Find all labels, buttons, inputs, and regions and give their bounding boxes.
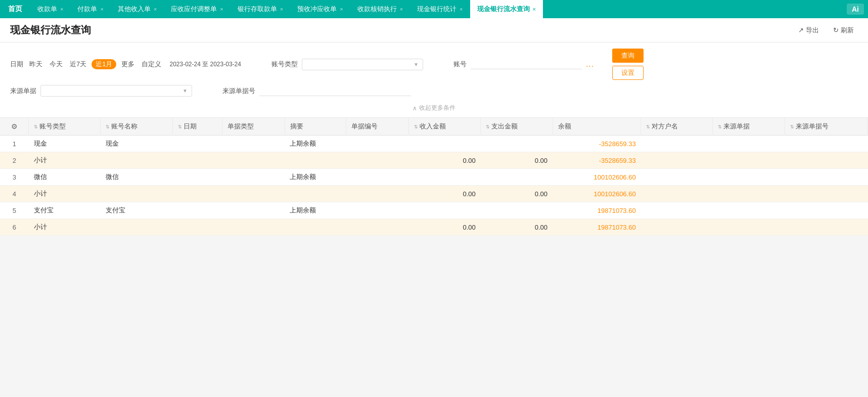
nav-tab-close-icon[interactable]: × [154,6,157,12]
source-doc-select[interactable]: ▼ [40,85,192,97]
date-shortcut-昨天[interactable]: 昨天 [27,59,44,69]
account-type-select[interactable]: ▼ [302,59,423,70]
cell-source_doc [713,202,785,219]
nav-tab-close-icon[interactable]: × [460,6,463,12]
date-filter-group: 日期 昨天今天近7天近1月更多自定义 2023-02-24 至 2023-03-… [10,59,241,69]
col-header-account_name[interactable]: ⇅账号名称 [101,118,172,136]
sort-icon: ⇅ [34,124,38,129]
date-shortcut-自定义[interactable]: 自定义 [140,59,163,69]
nav-tab-label: 收款核销执行 [357,5,397,14]
source-doc-num-input[interactable] [259,86,411,96]
nav-tab-label: 现金银行流水查询 [477,5,530,14]
nav-tab-close-icon[interactable]: × [533,6,536,12]
cell-doc_num [346,169,409,186]
col-header-source_doc[interactable]: ⇅来源单据 [713,118,785,136]
cell-source_doc [713,152,785,169]
collapse-bar[interactable]: ∧ 收起更多条件 [10,102,858,113]
col-label: 摘要 [290,122,303,130]
col-header-account_type[interactable]: ⇅账号类型 [29,118,101,136]
col-label: 单据类型 [227,122,254,130]
action-buttons: 查询 设置 [612,49,644,80]
cell-expense: 0.00 [481,152,553,169]
sort-icon: ⇅ [414,124,418,129]
col-header-gear: ⚙ [0,118,29,136]
cell-income: 0.00 [409,186,481,202]
account-type-value [306,61,308,68]
col-header-summary: 摘要 [285,118,346,136]
nav-tab-close-icon[interactable]: × [400,6,403,12]
account-input[interactable] [471,59,582,69]
col-label: 支出金额 [491,122,518,130]
cell-source_doc [713,186,785,202]
cell-summary: 上期余额 [285,169,346,186]
cell-counterpart [641,169,713,186]
query-button[interactable]: 查询 [612,49,644,63]
ai-badge[interactable]: Ai [847,4,864,15]
source-doc-value [45,87,47,95]
nav-tab-close-icon[interactable]: × [340,6,343,12]
nav-home[interactable]: 首页 [0,0,30,18]
col-header-income[interactable]: ⇅收入金额 [409,118,481,136]
nav-tab-现金银行统计[interactable]: 现金银行统计× [410,0,470,18]
cell-counterpart [641,186,713,202]
nav-tab-label: 现金银行统计 [417,5,456,14]
nav-tab-close-icon[interactable]: × [60,6,63,12]
cell-account_name [101,186,172,202]
gear-icon[interactable]: ⚙ [11,122,18,130]
page-title: 现金银行流水查询 [10,23,91,37]
filter-row-1: 日期 昨天今天近7天近1月更多自定义 2023-02-24 至 2023-03-… [10,49,858,80]
col-header-date[interactable]: ⇅日期 [172,118,222,136]
cell-doc_type [222,186,285,202]
nav-tab-现金银行流水查询[interactable]: 现金银行流水查询× [470,0,543,18]
col-header-source_doc_num[interactable]: ⇅来源单据号 [785,118,867,136]
date-shortcut-更多[interactable]: 更多 [119,59,136,69]
nav-tab-close-icon[interactable]: × [280,6,283,12]
col-label: 来源单据 [723,122,750,130]
col-label: 日期 [184,122,197,130]
cell-doc_num [346,152,409,169]
col-label: 账号名称 [111,122,138,130]
cell-date [172,219,222,236]
sort-icon: ⇅ [718,124,722,129]
cell-doc_num [346,202,409,219]
col-label: 账号类型 [39,122,66,130]
nav-tab-付款单[interactable]: 付款单× [70,0,110,18]
cell-account_name [101,152,172,169]
cell-account_type: 小计 [29,152,101,169]
cell-source_doc_num [785,152,867,169]
date-shortcut-今天[interactable]: 今天 [48,59,65,69]
cell-source_doc_num [785,186,867,202]
col-header-expense[interactable]: ⇅支出金额 [481,118,553,136]
source-doc-num-filter-group: 来源单据号 [222,86,411,96]
nav-tab-银行存取款单[interactable]: 银行存取款单× [231,0,290,18]
cell-doc_type [222,169,285,186]
nav-tab-应收应付调整单[interactable]: 应收应付调整单× [164,0,230,18]
col-header-counterpart[interactable]: ⇅对方户名 [641,118,713,136]
table-body: 1现金现金上期余额-3528659.332小计0.000.00-3528659.… [0,136,868,236]
cell-account_type: 小计 [29,186,101,202]
nav-tab-close-icon[interactable]: × [100,6,103,12]
nav-tab-其他收入单[interactable]: 其他收入单× [111,0,164,18]
nav-tab-收款单[interactable]: 收款单× [30,0,70,18]
table-row: 6小计0.000.0019871073.60 [0,219,868,236]
cell-account_type: 支付宝 [29,202,101,219]
nav-tab-close-icon[interactable]: × [220,6,223,12]
date-shortcut-近1月[interactable]: 近1月 [92,59,116,69]
sort-icon: ⇅ [178,124,182,129]
source-doc-filter-group: 来源单据 ▼ [10,85,192,97]
ellipsis-button[interactable]: ... [586,60,594,69]
page-header: 现金银行流水查询 ↗ 导出 ↻ 刷新 [0,18,868,42]
date-shortcut-近7天[interactable]: 近7天 [68,59,88,69]
table-row: 2小计0.000.00-3528659.33 [0,152,868,169]
nav-tab-预收冲应收单[interactable]: 预收冲应收单× [290,0,350,18]
cell-date [172,136,222,152]
export-button[interactable]: ↗ 导出 [794,24,823,37]
nav-tab-收款核销执行[interactable]: 收款核销执行× [350,0,410,18]
table-row: 3微信微信上期余额100102606.60 [0,169,868,186]
cell-doc_type [222,152,285,169]
cell-source_doc_num [785,202,867,219]
account-filter-group: 账号 ... [453,59,594,69]
settings-button[interactable]: 设置 [612,66,644,80]
refresh-button[interactable]: ↻ 刷新 [829,24,858,37]
cell-account_name: 支付宝 [101,202,172,219]
